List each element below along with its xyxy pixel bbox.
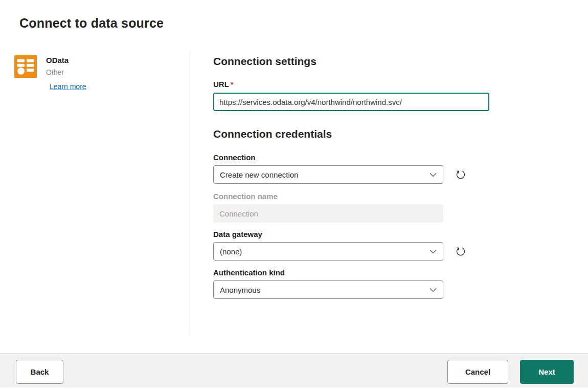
connection-dropdown-value: Create new connection bbox=[220, 170, 429, 179]
refresh-gateways-button[interactable] bbox=[453, 244, 468, 259]
url-label-text: URL bbox=[213, 80, 229, 89]
data-gateway-dropdown-value: (none) bbox=[220, 247, 429, 256]
refresh-icon bbox=[454, 244, 468, 258]
odata-grid-icon bbox=[14, 55, 37, 78]
connection-name-input[interactable] bbox=[213, 204, 443, 223]
authentication-kind-dropdown-value: Anonymous bbox=[220, 286, 429, 294]
refresh-icon bbox=[454, 167, 468, 182]
connection-credentials-heading: Connection credentials bbox=[213, 128, 332, 140]
authentication-kind-label: Authentication kind bbox=[213, 268, 285, 277]
data-gateway-dropdown[interactable]: (none) bbox=[213, 242, 443, 261]
vertical-divider bbox=[190, 53, 190, 335]
refresh-connections-button[interactable] bbox=[453, 167, 468, 182]
connection-label: Connection bbox=[213, 153, 256, 162]
chevron-down-icon bbox=[429, 288, 437, 292]
connector-category: Other bbox=[46, 68, 64, 76]
required-asterisk: * bbox=[231, 80, 234, 89]
cancel-button[interactable]: Cancel bbox=[447, 360, 508, 384]
connection-settings-heading: Connection settings bbox=[213, 55, 316, 68]
chevron-down-icon bbox=[429, 172, 437, 177]
learn-more-link[interactable]: Learn more bbox=[50, 82, 86, 91]
odata-connector-icon bbox=[14, 55, 37, 78]
connection-dropdown[interactable]: Create new connection bbox=[213, 165, 443, 184]
chevron-down-icon bbox=[429, 249, 437, 254]
url-input[interactable] bbox=[213, 93, 489, 111]
next-button[interactable]: Next bbox=[520, 360, 574, 384]
authentication-kind-dropdown[interactable]: Anonymous bbox=[213, 280, 443, 299]
connector-name: OData bbox=[46, 56, 69, 64]
data-gateway-label: Data gateway bbox=[213, 230, 262, 239]
url-label: URL* bbox=[213, 80, 234, 89]
page-title: Connect to data source bbox=[19, 16, 164, 31]
connection-name-label: Connection name bbox=[213, 192, 278, 201]
back-button[interactable]: Back bbox=[16, 360, 63, 384]
